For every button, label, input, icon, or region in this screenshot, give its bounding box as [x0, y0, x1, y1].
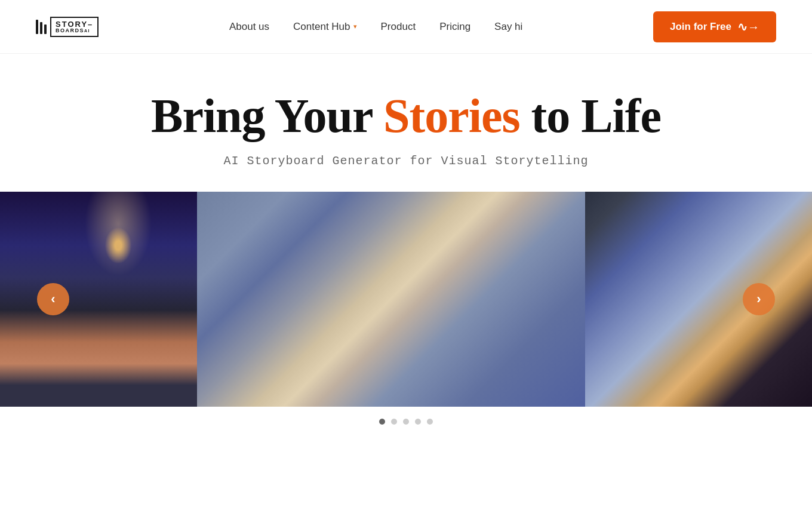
logo-boards-text: BOARDS — [56, 27, 84, 33]
navbar: STORY– BOARDSAI About us Content Hub ▾ P… — [0, 0, 812, 54]
nav-link-say-hi[interactable]: Say hi — [494, 21, 522, 33]
hero-title-highlight: Stories — [383, 90, 520, 142]
carousel-dot-3[interactable] — [403, 419, 409, 425]
chevron-down-icon: ▾ — [353, 23, 357, 30]
nav-link-content-hub[interactable]: Content Hub ▾ — [293, 21, 356, 33]
logo-text-box: STORY– BOARDSAI — [50, 17, 99, 37]
carousel-image-lighthouse — [0, 192, 197, 407]
join-for-free-button[interactable]: Join for Free ∿→ — [653, 11, 776, 42]
carousel-dot-1[interactable] — [379, 419, 385, 425]
logo[interactable]: STORY– BOARDSAI — [36, 17, 99, 37]
carousel-dot-2[interactable] — [391, 419, 397, 425]
logo-bars-icon — [36, 20, 47, 34]
carousel-next-button[interactable]: › — [743, 283, 775, 315]
logo-bar-3 — [44, 24, 47, 34]
prev-arrow-icon: ‹ — [51, 291, 55, 307]
nav-link-content-hub-label: Content Hub — [293, 21, 350, 33]
logo-ai-text: AI — [84, 29, 90, 33]
logo-icon: STORY– BOARDSAI — [36, 17, 99, 37]
join-btn-label: Join for Free — [670, 21, 731, 33]
carousel-image-rainy-window — [585, 192, 812, 407]
logo-text-boards: BOARDSAI — [56, 28, 93, 33]
carousel-prev-button[interactable]: ‹ — [37, 283, 69, 315]
hero-subtitle: AI Storyboard Generator for Visual Story… — [12, 154, 800, 168]
carousel-dot-4[interactable] — [415, 419, 421, 425]
nav-item-product[interactable]: Product — [381, 21, 416, 33]
carousel-item-center — [197, 192, 585, 407]
carousel-dot-5[interactable] — [427, 419, 433, 425]
hero-section: Bring Your Stories to Life AI Storyboard… — [0, 54, 812, 192]
arrow-icon: ∿→ — [737, 20, 759, 34]
nav-link-product[interactable]: Product — [381, 21, 416, 33]
hero-title-suffix: to Life — [520, 90, 661, 142]
carousel-dots — [0, 407, 812, 437]
nav-links: About us Content Hub ▾ Product Pricing S… — [99, 21, 653, 33]
carousel: ‹ › — [0, 192, 812, 407]
nav-link-pricing[interactable]: Pricing — [439, 21, 470, 33]
nav-item-pricing[interactable]: Pricing — [439, 21, 470, 33]
nav-item-say-hi[interactable]: Say hi — [494, 21, 522, 33]
logo-bar-1 — [36, 20, 38, 34]
carousel-item-left — [0, 192, 197, 407]
nav-item-about-us[interactable]: About us — [229, 21, 269, 33]
next-arrow-icon: › — [756, 291, 761, 307]
carousel-image-old-man — [197, 192, 585, 407]
carousel-track — [0, 192, 812, 407]
logo-bar-2 — [40, 22, 42, 34]
nav-link-about-us[interactable]: About us — [229, 21, 269, 33]
hero-title: Bring Your Stories to Life — [12, 90, 800, 142]
carousel-item-right — [585, 192, 812, 407]
hero-title-prefix: Bring Your — [151, 90, 383, 142]
nav-item-content-hub[interactable]: Content Hub ▾ — [293, 21, 356, 33]
